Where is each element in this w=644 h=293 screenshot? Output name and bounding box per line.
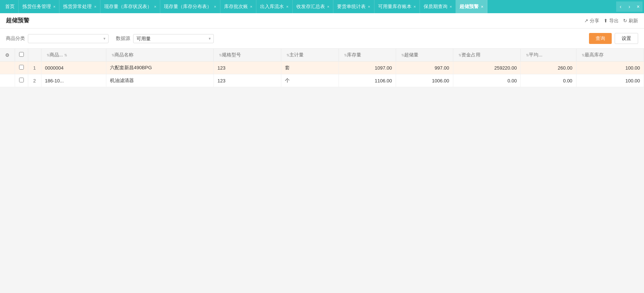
nav-close-x-1[interactable]: × <box>53 4 55 9</box>
td-overstock: 1006.00 <box>396 74 453 87</box>
nav-close-x-6[interactable]: × <box>286 4 288 9</box>
nav-item-2[interactable]: 拣货异常处理× <box>59 0 100 13</box>
query-button[interactable]: 查询 <box>589 33 612 44</box>
table-row: 10000004六配套新昌490BPG123套1097.00997.002592… <box>0 62 644 74</box>
th-gear: ⚙ <box>0 49 15 62</box>
th-spec[interactable]: ⇅规格型号 <box>214 49 281 62</box>
td-num: 1 <box>28 62 41 74</box>
nav-item-0[interactable]: 首页 <box>1 0 19 13</box>
sort-icon: ⇅ <box>582 53 585 57</box>
th-capital[interactable]: ⇅资金占用 <box>453 49 520 62</box>
nav-prev-button[interactable]: ‹ <box>616 1 625 12</box>
nav-item-4[interactable]: 现存量（库存分布表）× <box>160 0 220 13</box>
nav-item-5[interactable]: 库存批次账× <box>220 0 256 13</box>
nav-item-11[interactable]: 超储预警× <box>456 0 487 13</box>
nav-close-x-5[interactable]: × <box>250 4 252 9</box>
nav-close-x-3[interactable]: × <box>154 4 156 9</box>
th-overstock[interactable]: ⇅超储量 <box>396 49 453 62</box>
page-title: 超储预警 <box>6 17 29 25</box>
data-table: ⚙ ⇅商品...⇅ ⇅商品名称 ⇅规格型号 ⇅主计量 <box>0 49 644 87</box>
sort-icon: ⇅ <box>219 53 222 57</box>
td-unit: 个 <box>281 74 339 87</box>
nav-item-10[interactable]: 保质期查询× <box>420 0 456 13</box>
td-unit: 套 <box>281 62 339 74</box>
nav-close-x-7[interactable]: × <box>327 4 329 9</box>
settings-button[interactable]: 设置 <box>615 33 638 44</box>
nav-close-x-10[interactable]: × <box>450 4 452 9</box>
sort-icon: ⇅ <box>344 53 347 57</box>
td-capital: 0.00 <box>453 74 520 87</box>
table-row: 2186-10...机油滤清器123个1106.001006.000.000.0… <box>0 74 644 87</box>
category-select-wrap: ▾ <box>28 34 109 43</box>
td-capital: 259220.00 <box>453 62 520 74</box>
nav-item-7[interactable]: 收发存汇总表× <box>293 0 333 13</box>
page-header: 超储预警 ↗ 分享 ⬆ 导出 ↻ 刷新 <box>0 13 644 29</box>
nav-close-x-11[interactable]: × <box>481 4 483 9</box>
nav-close-x-9[interactable]: × <box>414 4 416 9</box>
th-product-name[interactable]: ⇅商品名称 <box>106 49 213 62</box>
row-checkbox-0[interactable] <box>19 65 24 70</box>
sort-icon: ⇅ <box>526 53 529 57</box>
filter-area: 商品分类 ▾ 数据源 可用量 ▾ 查询 设置 <box>0 29 644 49</box>
th-unit[interactable]: ⇅主计量 <box>281 49 339 62</box>
td-stock: 1106.00 <box>339 74 396 87</box>
td-checkbox <box>15 62 28 74</box>
td-spec: 123 <box>214 62 281 74</box>
nav-close-button[interactable]: × <box>634 1 643 12</box>
td-spec: 123 <box>214 74 281 87</box>
td-gear <box>0 74 15 87</box>
nav-close-x-8[interactable]: × <box>368 4 370 9</box>
header-actions: ↗ 分享 ⬆ 导出 ↻ 刷新 <box>584 18 638 24</box>
row-checkbox-1[interactable] <box>19 78 24 82</box>
table-header-row: ⚙ ⇅商品...⇅ ⇅商品名称 ⇅规格型号 ⇅主计量 <box>0 49 644 62</box>
nav-item-3[interactable]: 现存量（库存状况表）× <box>100 0 160 13</box>
nav-arrows: ‹ › × <box>616 1 643 12</box>
nav-item-1[interactable]: 拣货任务管理× <box>19 0 59 13</box>
datasource-select[interactable]: 可用量 <box>133 34 214 43</box>
nav-item-8[interactable]: 要货单统计表× <box>333 0 374 13</box>
nav-close-x-4[interactable]: × <box>214 4 216 9</box>
sort-icon: ⇅ <box>64 53 67 57</box>
td-product-name: 六配套新昌490BPG <box>106 62 213 74</box>
nav-item-6[interactable]: 出入库流水× <box>256 0 292 13</box>
category-filter-group: 商品分类 ▾ <box>6 34 109 43</box>
td-num: 2 <box>28 74 41 87</box>
top-navigation: 首页拣货任务管理×拣货异常处理×现存量（库存状况表）×现存量（库存分布表）×库存… <box>0 0 644 13</box>
th-product-code[interactable]: ⇅商品...⇅ <box>41 49 106 62</box>
th-avg[interactable]: ⇅平均... <box>521 49 576 62</box>
datasource-filter-group: 数据源 可用量 ▾ <box>116 34 214 43</box>
th-max-stock[interactable]: ⇅最高库存 <box>576 49 644 62</box>
th-checkbox <box>15 49 28 62</box>
select-all-checkbox[interactable] <box>19 52 24 57</box>
nav-close-x-2[interactable]: × <box>94 4 96 9</box>
datasource-label: 数据源 <box>116 35 130 42</box>
th-stock[interactable]: ⇅库存量 <box>339 49 396 62</box>
td-product-code: 186-10... <box>41 74 106 87</box>
gear-icon[interactable]: ⚙ <box>5 52 10 58</box>
share-icon: ↗ <box>584 18 588 23</box>
td-max-stock: 100.00 <box>576 62 644 74</box>
td-gear <box>0 62 15 74</box>
sort-icon: ⇅ <box>47 53 50 57</box>
td-checkbox <box>15 74 28 87</box>
sort-icon: ⇅ <box>458 53 461 57</box>
filter-actions: 查询 设置 <box>589 33 638 44</box>
refresh-button[interactable]: ↻ 刷新 <box>623 18 638 24</box>
td-overstock: 997.00 <box>396 62 453 74</box>
export-icon: ⬆ <box>604 18 608 23</box>
sort-icon: ⇅ <box>111 53 114 57</box>
data-table-wrap: ⚙ ⇅商品...⇅ ⇅商品名称 ⇅规格型号 ⇅主计量 <box>0 49 644 87</box>
export-button[interactable]: ⬆ 导出 <box>604 18 619 24</box>
sort-icon: ⇅ <box>286 53 289 57</box>
nav-next-button[interactable]: › <box>625 1 634 12</box>
category-label: 商品分类 <box>6 35 25 42</box>
nav-item-9[interactable]: 可用量库存账本× <box>374 0 420 13</box>
share-button[interactable]: ↗ 分享 <box>584 18 599 24</box>
category-select[interactable] <box>28 34 109 43</box>
td-product-name: 机油滤清器 <box>106 74 213 87</box>
td-stock: 1097.00 <box>339 62 396 74</box>
td-product-code: 0000004 <box>41 62 106 74</box>
sort-icon: ⇅ <box>401 53 404 57</box>
td-avg: 0.00 <box>521 74 576 87</box>
td-max-stock: 100.00 <box>576 74 644 87</box>
